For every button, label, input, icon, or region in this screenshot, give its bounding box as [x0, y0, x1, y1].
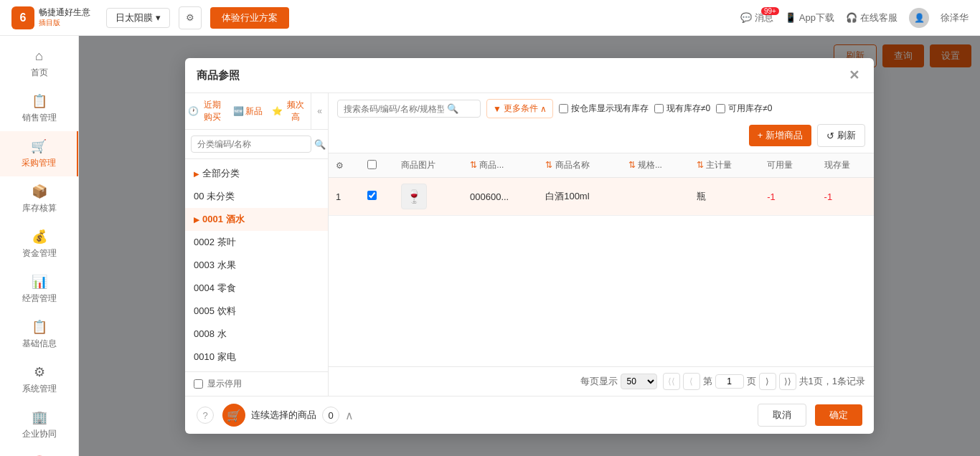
- category-item-0002[interactable]: 0002 茶叶: [185, 231, 328, 254]
- table-header: ⚙ 商品图片 ⇅ 商品...: [329, 153, 874, 178]
- nav-right: 💬 消息 99+ 📱 App下载 🎧 在线客服 👤 徐泽华: [740, 8, 969, 28]
- per-page-select[interactable]: 10 20 50 100: [621, 374, 657, 389]
- refresh-button[interactable]: ↺ 刷新: [817, 124, 865, 147]
- dialog-header: 商品参照 ✕: [185, 58, 874, 93]
- prev-page-button[interactable]: ⟨: [683, 373, 700, 390]
- cart-count: 0: [322, 407, 339, 424]
- current-stock-filter[interactable]: 现有库存≠0: [654, 103, 710, 115]
- product-table: ⚙ 商品图片 ⇅ 商品...: [329, 153, 874, 216]
- sales-icon: 📋: [32, 93, 47, 109]
- show-disabled-checkbox[interactable]: [194, 379, 203, 389]
- search-submit-icon[interactable]: 🔍: [447, 103, 458, 114]
- sort-arrows-spec: ⇅: [628, 160, 636, 170]
- logo-area: 6 畅捷通好生意 插目版: [11, 6, 98, 29]
- settings-icon[interactable]: ⚙: [179, 6, 202, 29]
- sidebar-item-guide[interactable]: 🎯 新手引导: [0, 447, 78, 456]
- category-collapse-button[interactable]: «: [311, 93, 328, 129]
- row-checkbox[interactable]: [367, 191, 377, 200]
- category-item-0010[interactable]: 0010 家电: [185, 346, 328, 369]
- message-count: 99+: [761, 7, 779, 15]
- enterprise-icon: 🏢: [32, 409, 47, 425]
- warehouse-stock-checkbox[interactable]: [559, 104, 568, 113]
- col-settings[interactable]: ⚙: [329, 153, 360, 178]
- search-icon[interactable]: 🔍: [314, 139, 326, 150]
- page-number-input[interactable]: [715, 374, 744, 389]
- cell-current: -1: [817, 178, 874, 216]
- brand-sub: 插目版: [39, 18, 90, 28]
- sort-arrows-name: ⇅: [545, 160, 552, 170]
- add-product-button[interactable]: + 新增商品: [749, 125, 811, 146]
- sidebar-item-system[interactable]: ⚙ 系统管理: [0, 357, 78, 402]
- sidebar-item-basic[interactable]: 📋 基础信息: [0, 312, 78, 357]
- cart-icon: 🛒: [222, 404, 245, 427]
- sidebar-item-enterprise[interactable]: 🏢 企业协同: [0, 402, 78, 447]
- user-avatar[interactable]: 👤: [909, 8, 929, 28]
- chevron-down-icon: ▾: [156, 12, 161, 23]
- user-icon: 👤: [914, 13, 925, 23]
- col-spec[interactable]: ⇅ 规格...: [621, 153, 689, 178]
- tab-frequent[interactable]: ⭐ 频次高: [269, 93, 311, 129]
- right-panel: 🔍 ▼ 更多条件 ∧ 按仓库显示现有库存: [329, 93, 874, 396]
- sort-arrows-unit: ⇅: [697, 160, 704, 170]
- confirm-button[interactable]: 确定: [815, 404, 862, 426]
- product-search-box: 🔍: [337, 100, 481, 118]
- page-nav: ⟨⟨ ⟨ 第 页 ⟩ ⟩⟩ 共1页，1条记录: [663, 373, 865, 390]
- app-download-link[interactable]: 📱 App下载: [785, 11, 834, 24]
- category-item-0003[interactable]: 0003 水果: [185, 254, 328, 277]
- available-stock-checkbox[interactable]: [716, 104, 725, 113]
- col-name[interactable]: ⇅ 商品名称: [538, 153, 621, 178]
- col-unit[interactable]: ⇅ 主计量: [689, 153, 760, 178]
- online-service-link[interactable]: 🎧 在线客服: [846, 11, 897, 24]
- first-page-button[interactable]: ⟨⟨: [663, 373, 680, 390]
- top-nav: 6 畅捷通好生意 插目版 日太阳膜 ▾ ⚙ 体验行业方案 💬 消息 99+ 📱 …: [0, 0, 980, 36]
- last-page-button[interactable]: ⟩⟩: [779, 373, 796, 390]
- message-icon: 💬: [740, 12, 752, 23]
- tab-recent[interactable]: 🕐 近期购买: [185, 93, 227, 129]
- sidebar-item-purchase[interactable]: 🛒 采购管理: [0, 131, 78, 176]
- category-search-input[interactable]: [191, 136, 311, 153]
- product-search-input[interactable]: [344, 104, 444, 114]
- message-badge[interactable]: 💬 消息 99+: [740, 11, 773, 24]
- more-filters-button[interactable]: ▼ 更多条件 ∧: [486, 99, 553, 118]
- username: 徐泽华: [941, 11, 969, 24]
- col-code[interactable]: ⇅ 商品...: [463, 153, 538, 178]
- next-page-button[interactable]: ⟩: [759, 373, 776, 390]
- table-row[interactable]: 1 🍷 000600... 白酒100ml: [329, 178, 874, 216]
- mobile-icon: 📱: [785, 12, 796, 23]
- select-all-checkbox[interactable]: [367, 160, 377, 169]
- sidebar-item-inventory[interactable]: 📦 库存核算: [0, 176, 78, 222]
- cell-name: 白酒100ml: [538, 178, 621, 216]
- available-stock-filter[interactable]: 可用库存≠0: [716, 103, 772, 115]
- cell-checkbox[interactable]: [360, 178, 394, 216]
- category-item-0008[interactable]: 0008 水: [185, 323, 328, 346]
- per-page: 每页显示 10 20 50 100: [580, 374, 657, 389]
- sidebar-item-finance[interactable]: 💰 资金管理: [0, 222, 78, 267]
- trial-button[interactable]: 体验行业方案: [210, 7, 289, 29]
- current-stock-checkbox[interactable]: [654, 104, 664, 113]
- sidebar-item-home[interactable]: ⌂ 首页: [0, 42, 78, 86]
- category-item-0005[interactable]: 0005 饮料: [185, 300, 328, 323]
- tab-new[interactable]: 🆕 新品: [227, 93, 268, 129]
- warehouse-stock-filter[interactable]: 按仓库显示现有库存: [559, 103, 649, 115]
- category-item-all[interactable]: ▶ 全部分类: [185, 162, 328, 185]
- category-item-0004[interactable]: 0004 零食: [185, 277, 328, 300]
- cart-label: 连续选择的商品: [251, 409, 316, 422]
- nav-selector[interactable]: 日太阳膜 ▾: [106, 8, 170, 28]
- cell-code: 000600...: [463, 178, 538, 216]
- cart-collapse-button[interactable]: ∧: [345, 409, 354, 422]
- toolbar: 🔍 ▼ 更多条件 ∧ 按仓库显示现有库存: [329, 93, 874, 153]
- help-button[interactable]: ?: [197, 407, 214, 424]
- dialog-title: 商品参照: [197, 69, 240, 82]
- cancel-button[interactable]: 取消: [758, 404, 806, 427]
- logo-icon: 6: [11, 6, 34, 29]
- category-item-00[interactable]: 00 未分类: [185, 185, 328, 208]
- toolbar-right: + 新增商品 ↺ 刷新: [749, 124, 865, 147]
- cell-spec: [621, 178, 689, 216]
- sidebar-item-operations[interactable]: 📊 经营管理: [0, 267, 78, 312]
- chevron-up-icon: ∧: [540, 104, 547, 114]
- sort-arrows-code: ⇅: [470, 160, 477, 170]
- category-item-0001[interactable]: ▶ 0001 酒水: [185, 208, 328, 231]
- sidebar-item-sales[interactable]: 📋 销售管理: [0, 86, 78, 131]
- filter-icon: ▼: [493, 104, 501, 114]
- dialog-close-button[interactable]: ✕: [845, 67, 862, 84]
